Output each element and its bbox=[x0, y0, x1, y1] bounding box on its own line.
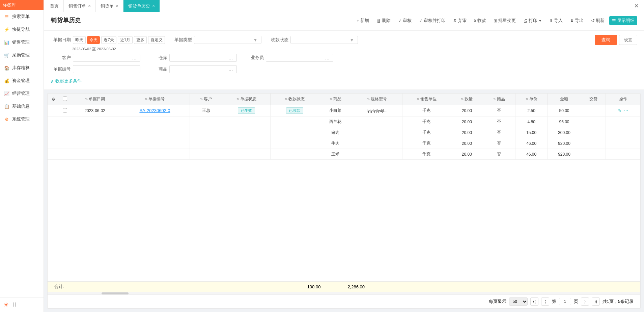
sidebar-item-sys-mgmt[interactable]: ⚙ 系统管理 bbox=[0, 113, 44, 126]
collect-button[interactable]: ¥ 收款 bbox=[471, 16, 489, 25]
tab-sales-delivery-close[interactable]: ✕ bbox=[116, 4, 118, 8]
tab-sales-delivery[interactable]: 销货单 ✕ bbox=[96, 0, 123, 12]
sidebar-item-base-info[interactable]: 📋 基础信息 bbox=[0, 100, 44, 113]
sidebar-btn-2[interactable]: ⏸ bbox=[11, 301, 18, 309]
td-actions: ✎⋯ bbox=[606, 105, 640, 116]
sidebar-btn-1[interactable]: ☀ bbox=[3, 301, 9, 309]
th-quantity[interactable]: 数量 bbox=[451, 94, 483, 105]
sidebar-item-sales-mgmt[interactable]: 📊 销售管理 bbox=[0, 36, 44, 49]
doc-number-link[interactable]: SA-20230602-0 bbox=[139, 108, 170, 113]
tab-sales-history-close[interactable]: ✕ bbox=[152, 4, 155, 8]
td-customer bbox=[190, 116, 222, 127]
tab-home[interactable]: 首页 bbox=[45, 0, 64, 12]
page-number-input[interactable] bbox=[559, 298, 571, 305]
print-button[interactable]: 🖨 打印 ▼ bbox=[521, 16, 544, 25]
collapse-button[interactable]: ∧ 收起更多条件 bbox=[51, 77, 82, 85]
th-doc-date[interactable]: 单据日期 bbox=[70, 94, 120, 105]
table-row: 西兰花 千克 20.00 否 4.80 96.00 bbox=[48, 116, 640, 127]
sidebar-item-label: 资金管理 bbox=[12, 78, 30, 84]
abandon-icon: ✗ bbox=[453, 18, 457, 23]
add-button[interactable]: + 新增 bbox=[354, 16, 372, 25]
customer-input[interactable] bbox=[73, 54, 131, 61]
td-checkbox bbox=[60, 127, 70, 138]
td-quantity: 20.00 bbox=[451, 149, 483, 160]
batch-change-button[interactable]: ⊞ 批量变更 bbox=[491, 16, 519, 25]
sidebar-item-ops-mgmt[interactable]: 📈 经营管理 bbox=[0, 87, 44, 100]
date-btn-today[interactable]: 今天 bbox=[87, 36, 100, 44]
table-footer: 合计: 100.00 2,286.00 bbox=[48, 281, 640, 292]
date-btn-1month[interactable]: 近1月 bbox=[118, 36, 133, 44]
th-payment-status[interactable]: 收款状态 bbox=[271, 94, 319, 105]
more-action-btn[interactable]: ⋯ bbox=[623, 108, 629, 114]
page-prev-btn[interactable]: ⟨ bbox=[541, 297, 549, 306]
page-header: 销货单历史 + 新增 🗑 删除 ✓ 审核 ✓ bbox=[44, 12, 644, 31]
scrollbar-area[interactable] bbox=[48, 292, 640, 294]
tab-sales-order[interactable]: 销售订单 ✕ bbox=[64, 0, 96, 12]
delete-button[interactable]: 🗑 删除 bbox=[374, 16, 393, 25]
edit-action-btn[interactable]: ✎ bbox=[617, 108, 623, 114]
filter-row-1: 单据日期 昨天 今天 近7天 近1月 更多 自定义 单据类型 ▼ bbox=[51, 35, 637, 45]
th-spec-type[interactable]: 规格型号 bbox=[352, 94, 402, 105]
show-detail-button[interactable]: ☰ 显示明细 bbox=[609, 16, 637, 25]
sidebar-item-search-menu[interactable]: ☰ 搜索菜单 bbox=[0, 10, 44, 23]
page-size-select[interactable]: 50 100 200 bbox=[509, 297, 528, 306]
tab-sales-order-close[interactable]: ✕ bbox=[88, 4, 91, 8]
page-first-btn[interactable]: ⟨⟨ bbox=[530, 297, 538, 306]
import-button[interactable]: ⬆ 导入 bbox=[547, 16, 565, 25]
td-quantity: 20.00 bbox=[451, 105, 483, 116]
td-spec-type bbox=[352, 149, 402, 160]
th-amount: 金额 bbox=[548, 94, 581, 105]
doc-number-input[interactable] bbox=[73, 65, 140, 73]
date-btn-yesterday[interactable]: 昨天 bbox=[73, 36, 86, 44]
tab-bar-close[interactable]: ✕ bbox=[630, 3, 643, 9]
page-next-btn[interactable]: ⟩ bbox=[581, 297, 589, 306]
td-doc-number bbox=[120, 149, 190, 160]
doc-type-dropdown-icon[interactable]: ▼ bbox=[252, 37, 259, 43]
payment-status-input[interactable] bbox=[291, 36, 348, 44]
td-doc-number bbox=[120, 138, 190, 149]
query-button[interactable]: 查询 bbox=[595, 35, 617, 45]
sidebar-item-stock-calc[interactable]: 🏠 库存核算 bbox=[0, 61, 44, 74]
tab-sales-history[interactable]: 销货单历史 ✕ bbox=[123, 0, 160, 12]
td-settings bbox=[48, 127, 60, 138]
td-amount: 920.00 bbox=[548, 138, 581, 149]
th-gift[interactable]: 赠品 bbox=[483, 94, 515, 105]
table-row: 牛肉 千克 20.00 否 46.00 920.00 bbox=[48, 138, 640, 149]
date-btn-7days[interactable]: 近7天 bbox=[101, 36, 116, 44]
td-gift: 否 bbox=[483, 105, 515, 116]
sidebar-item-purchase-mgmt[interactable]: 🛒 采购管理 bbox=[0, 49, 44, 61]
sidebar-item-label: 销售管理 bbox=[12, 39, 30, 45]
sidebar-item-fund-mgmt[interactable]: 💰 资金管理 bbox=[0, 74, 44, 87]
th-unit-price[interactable]: 单价 bbox=[515, 94, 548, 105]
th-doc-number[interactable]: 单据编号 bbox=[120, 94, 190, 105]
doc-type-input[interactable] bbox=[194, 36, 252, 44]
select-all-checkbox[interactable] bbox=[63, 97, 67, 101]
th-customer[interactable]: 客户 bbox=[190, 94, 222, 105]
warehouse-input[interactable] bbox=[170, 54, 227, 61]
export-button[interactable]: ⬇ 导出 bbox=[567, 16, 586, 25]
collapse-label: 收起更多条件 bbox=[55, 78, 82, 84]
goods-input[interactable] bbox=[170, 66, 227, 73]
audit-print-button[interactable]: ✓ 审核并打印 bbox=[416, 16, 448, 25]
th-settings[interactable]: ⚙ bbox=[48, 94, 60, 105]
td-gift: 否 bbox=[483, 116, 515, 127]
row-checkbox[interactable] bbox=[63, 108, 67, 112]
td-checkbox bbox=[60, 105, 70, 116]
th-goods[interactable]: 商品 bbox=[319, 94, 352, 105]
date-btn-custom[interactable]: 自定义 bbox=[148, 36, 165, 44]
page-last-btn[interactable]: ⟩⟩ bbox=[592, 297, 600, 306]
th-doc-status[interactable]: 单据状态 bbox=[222, 94, 271, 105]
customer-ellipsis-btn[interactable]: … bbox=[131, 55, 138, 60]
audit-button[interactable]: ✓ 审核 bbox=[395, 16, 414, 25]
th-sales-unit[interactable]: 销售单位 bbox=[402, 94, 451, 105]
abandon-button[interactable]: ✗ 弃审 bbox=[450, 16, 469, 25]
sidebar-item-quick-nav[interactable]: ⚡ 快捷导航 bbox=[0, 23, 44, 36]
payment-status-dropdown-icon[interactable]: ▼ bbox=[348, 37, 355, 43]
salesperson-input[interactable] bbox=[266, 54, 324, 61]
refresh-button[interactable]: ↺ 刷新 bbox=[588, 16, 607, 25]
salesperson-ellipsis-btn[interactable]: … bbox=[324, 55, 331, 60]
setting-button[interactable]: 设置 bbox=[619, 35, 637, 45]
goods-ellipsis-btn[interactable]: … bbox=[227, 67, 234, 72]
date-btn-more[interactable]: 更多 bbox=[134, 36, 147, 44]
warehouse-ellipsis-btn[interactable]: … bbox=[227, 55, 234, 60]
